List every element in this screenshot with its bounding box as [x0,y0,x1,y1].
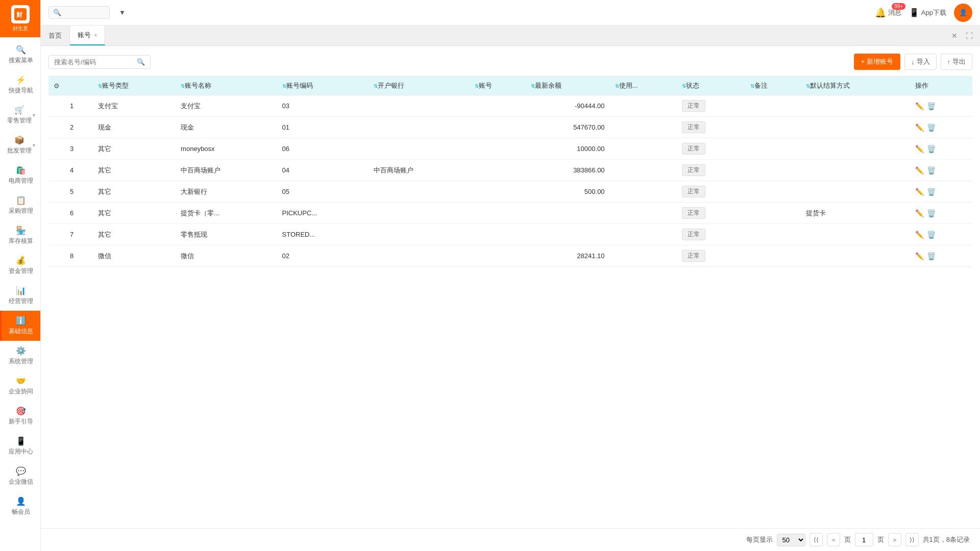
col-name[interactable]: ⇅账号名称 [176,77,277,95]
col-settings: ⚙ [48,77,65,95]
row-index: 4 [65,160,93,181]
delete-button[interactable]: 🗑️ [927,231,936,239]
sidebar-item-ecommerce[interactable]: 🛍️ 电商管理 [0,160,40,190]
edit-button[interactable]: ✏️ [915,166,924,174]
delete-button[interactable]: 🗑️ [927,209,936,217]
search-input[interactable] [54,58,134,66]
sidebar-item-finance[interactable]: 💰 资金管理 [0,251,40,281]
sidebar-item-retail[interactable]: 🛒 零售管理 ▼ [0,100,40,130]
edit-button[interactable]: ✏️ [915,188,924,196]
avatar-icon: 👤 [959,9,967,16]
user-avatar[interactable]: 👤 [954,4,972,22]
app-download-button[interactable]: 📱 App下载 [909,8,946,17]
delete-button[interactable]: 🗑️ [927,145,936,153]
delete-button[interactable]: 🗑️ [927,123,936,132]
sidebar-item-search[interactable]: 🔍 搜索菜单 [0,40,40,70]
svg-text:财: 财 [16,11,23,18]
row-remark [745,160,801,181]
sidebar-item-system[interactable]: ⚙️ 系统管理 [0,341,40,371]
settings-icon[interactable]: ⚙ [54,82,60,90]
sidebar-item-inventory[interactable]: 🏪 库存核算 [0,220,40,251]
col-use[interactable]: ⇅使用... [610,77,677,95]
row-default-payment [801,95,911,117]
sidebar-item-wechat[interactable]: 💬 企业微信 [0,461,40,491]
col-account[interactable]: ⇅账号 [470,77,525,95]
sidebar-item-member[interactable]: 👤 畅会员 [0,491,40,521]
row-remark [745,203,801,224]
delete-button[interactable]: 🗑️ [927,252,936,260]
finance-label: 资金管理 [9,267,33,276]
close-tab-action[interactable]: ✕ [949,30,960,42]
edit-button[interactable]: ✏️ [915,102,924,110]
row-remark [745,138,801,160]
tab-label-home: 首页 [48,31,62,40]
edit-button[interactable]: ✏️ [915,145,924,153]
row-settings [48,224,65,245]
col-bank[interactable]: ⇅开户银行 [369,77,470,95]
tab-close-accounts[interactable]: × [94,32,97,38]
sidebar-item-purchase[interactable]: 📋 采购管理 [0,190,40,220]
edit-button[interactable]: ✏️ [915,231,924,239]
purchase-icon: 📋 [16,195,26,205]
edit-button[interactable]: ✏️ [915,209,924,217]
row-balance: 547670.00 [526,117,610,138]
col-default_payment[interactable]: ⇅默认结算方式 [801,77,911,95]
import-button[interactable]: ↓ 导入 [904,54,937,70]
row-use [610,117,677,138]
row-index: 3 [65,138,93,160]
sort-arrows: ⇅ [806,83,810,89]
col-status[interactable]: ⇅状态 [677,77,745,95]
import-icon: ↓ [911,58,915,66]
edit-button[interactable]: ✏️ [915,123,924,132]
col-remark[interactable]: ⇅备注 [745,77,801,95]
sidebar-item-apps[interactable]: 📱 应用中心 [0,431,40,461]
fullscreen-tab-action[interactable]: ⛶ [964,30,975,42]
page-size-select[interactable]: 102050100 [777,534,805,546]
first-page-button[interactable]: ⟨⟨ [810,533,823,546]
member-icon: 👤 [16,496,26,506]
sidebar-item-basic[interactable]: ℹ️ 基础信息 [0,311,40,341]
tab-home[interactable]: 首页 [41,26,70,45]
row-code: 04 [277,160,369,181]
search-icon: 🔍 [137,58,145,66]
guide-icon: 🎯 [16,406,26,416]
notification-button[interactable]: 🔔 消息 99+ [875,7,901,18]
wechat-label: 企业微信 [9,478,33,486]
page-number-input[interactable] [855,533,873,546]
sidebar-item-guide[interactable]: 🎯 新手引导 [0,401,40,431]
sidebar-item-operations[interactable]: 📊 经营管理 [0,281,40,311]
delete-button[interactable]: 🗑️ [927,166,936,174]
sidebar-item-wholesale[interactable]: 📦 批发管理 ▼ [0,130,40,160]
next-page-button[interactable]: ＞ [888,533,901,546]
row-status: 正常 [677,224,745,245]
header-dropdown[interactable]: ▼ [115,7,130,18]
header-right: 🔔 消息 99+ 📱 App下载 👤 [875,4,972,22]
row-use [610,224,677,245]
row-status: 正常 [677,160,745,181]
prev-page-button[interactable]: ＜ [827,533,840,546]
chevron-icon: ▼ [32,143,36,148]
member-label: 畅会员 [12,508,30,516]
row-actions: ✏️ 🗑️ [910,245,972,267]
row-bank [369,224,470,245]
add-account-button[interactable]: + 新增账号 [854,54,900,70]
last-page-button[interactable]: ⟩⟩ [905,533,919,546]
sidebar-item-agreement[interactable]: 🤝 企业协同 [0,371,40,401]
row-name: 微信 [176,245,277,267]
sidebar-item-shortcut[interactable]: ⚡ 快捷导航 [0,70,40,100]
export-button[interactable]: ↑ 导出 [941,54,973,70]
row-name: 提货卡（零... [176,203,277,224]
edit-button[interactable]: ✏️ [915,252,924,260]
tab-accounts[interactable]: 账号× [70,26,105,45]
header-search[interactable]: 🔍 [48,6,110,19]
delete-button[interactable]: 🗑️ [927,102,936,110]
row-actions: ✏️ 🗑️ [910,95,972,117]
chevron-down-icon: ▼ [119,9,126,16]
sort-arrows: ⇅ [374,83,378,89]
col-type[interactable]: ⇅账号类型 [93,77,176,95]
col-code[interactable]: ⇅账号编码 [277,77,369,95]
col-balance[interactable]: ⇅最新余额 [526,77,610,95]
search-input-wrap[interactable]: 🔍 [48,55,151,69]
page-of-label: 页 [877,535,884,544]
delete-button[interactable]: 🗑️ [927,188,936,196]
